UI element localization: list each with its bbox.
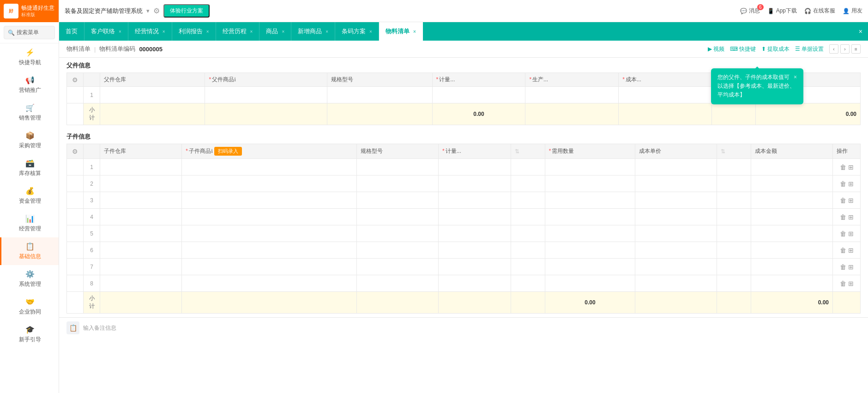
delete-icon-6[interactable]: 🗑 [840, 247, 846, 254]
gear-icon[interactable]: ⚙ [72, 76, 78, 84]
tab-close-all[interactable]: × [853, 22, 868, 41]
sidebar-item-basic-info[interactable]: 📋 基础信息 [0, 237, 59, 265]
child-goods-3[interactable] [182, 192, 357, 209]
child-unit-cost-4[interactable] [635, 209, 717, 225]
child-spec-5[interactable] [356, 225, 438, 242]
child-unit-cost-6[interactable] [635, 242, 717, 259]
hotkey-action[interactable]: ⌨ 快捷键 [730, 45, 756, 53]
sidebar-item-guide[interactable]: 🎓 新手引导 [0, 320, 59, 348]
tab-barcode-close[interactable]: × [369, 29, 372, 34]
next-arrow[interactable]: › [840, 44, 850, 54]
parent-unit-1[interactable] [432, 87, 525, 103]
scan-button[interactable]: 扫码录入 [214, 147, 242, 156]
sidebar-item-enterprise[interactable]: 🤝 企业协同 [0, 293, 59, 320]
notes-icon[interactable]: 📋 [66, 321, 79, 334]
message-item[interactable]: 💬 消息 6 [740, 7, 760, 15]
child-unit-6[interactable] [439, 242, 511, 259]
app-download-item[interactable]: 📱 App下载 [767, 7, 797, 15]
tab-goods-close[interactable]: × [282, 29, 284, 34]
copy-icon-6[interactable]: ⊞ [848, 247, 854, 254]
child-warehouse-6[interactable] [100, 242, 182, 259]
parent-warehouse-1[interactable] [100, 87, 205, 103]
child-unit-cost-3[interactable] [635, 192, 717, 209]
delete-icon-7[interactable]: 🗑 [840, 263, 846, 271]
extract-cost-action[interactable]: ⬆ 提取成本 [761, 45, 790, 53]
child-goods-8[interactable] [182, 275, 357, 292]
child-qty-2[interactable] [545, 175, 635, 192]
child-goods-7[interactable] [182, 259, 357, 275]
parent-goods-info-icon[interactable]: ℹ [234, 77, 236, 82]
copy-icon-7[interactable]: ⊞ [848, 263, 854, 271]
sidebar-item-quick-nav[interactable]: ⚡ 快捷导航 [0, 43, 59, 71]
video-action[interactable]: ▶ 视频 [708, 45, 724, 53]
copy-icon-5[interactable]: ⊞ [848, 230, 854, 237]
single-settings-action[interactable]: ☰ 单据设置 [795, 45, 824, 53]
child-goods-info-icon[interactable]: ℹ [211, 148, 213, 154]
prev-arrow[interactable]: ‹ [829, 44, 838, 54]
child-qty-8[interactable] [545, 275, 635, 292]
child-warehouse-7[interactable] [100, 259, 182, 275]
child-qty-6[interactable] [545, 242, 635, 259]
child-unit-cost-7[interactable] [635, 259, 717, 275]
parent-cost-1[interactable] [619, 87, 712, 103]
child-qty-7[interactable] [545, 259, 635, 275]
child-goods-5[interactable] [182, 225, 357, 242]
child-unit-cost-8[interactable] [635, 275, 717, 292]
child-spec-1[interactable] [356, 159, 438, 175]
sidebar-item-operations[interactable]: 📊 经营管理 [0, 210, 59, 237]
child-unit-8[interactable] [439, 275, 511, 292]
tab-barcode[interactable]: 条码方案 × [335, 22, 379, 41]
child-spec-7[interactable] [356, 259, 438, 275]
delete-icon-2[interactable]: 🗑 [840, 180, 846, 187]
breadcrumb-bom-list[interactable]: 物料清单 [66, 45, 90, 53]
tab-bom-close[interactable]: × [413, 29, 416, 34]
child-goods-2[interactable] [182, 175, 357, 192]
tab-profit[interactable]: 利润报告 × [172, 22, 216, 41]
search-menu-button[interactable]: 🔍 搜索菜单 [4, 26, 55, 39]
child-gear-icon[interactable]: ⚙ [72, 148, 78, 155]
child-qty-3[interactable] [545, 192, 635, 209]
sidebar-item-finance[interactable]: 💰 资金管理 [0, 182, 59, 210]
child-unit-3[interactable] [439, 192, 511, 209]
sidebar-item-sales[interactable]: 🛒 销售管理 [0, 99, 59, 127]
delete-icon-1[interactable]: 🗑 [840, 163, 846, 171]
tab-history[interactable]: 经营历程 × [216, 22, 260, 41]
child-goods-1[interactable] [182, 159, 357, 175]
child-warehouse-8[interactable] [100, 275, 182, 292]
child-spec-6[interactable] [356, 242, 438, 259]
child-unit-cost-2[interactable] [635, 175, 717, 192]
child-unit-1[interactable] [439, 159, 511, 175]
child-unit-cost-1[interactable] [635, 159, 717, 175]
child-qty-1[interactable] [545, 159, 635, 175]
tooltip-close-button[interactable]: × [794, 73, 797, 82]
online-service-item[interactable]: 🎧 在线客服 [804, 7, 835, 15]
sidebar-item-system[interactable]: ⚙️ 系统管理 [0, 265, 59, 293]
tab-profit-close[interactable]: × [206, 29, 209, 34]
child-warehouse-5[interactable] [100, 225, 182, 242]
tab-operations-close[interactable]: × [163, 29, 165, 34]
sidebar-item-purchase[interactable]: 📦 采购管理 [0, 127, 59, 154]
delete-icon-5[interactable]: 🗑 [840, 230, 846, 237]
tab-bom[interactable]: 物料清单 × [379, 22, 423, 41]
child-spec-8[interactable] [356, 275, 438, 292]
tab-goods[interactable]: 商品 × [259, 22, 291, 41]
system-dropdown-icon[interactable]: ▾ [146, 7, 150, 14]
tab-new-goods-close[interactable]: × [326, 29, 328, 34]
child-qty-5[interactable] [545, 225, 635, 242]
child-spec-4[interactable] [356, 209, 438, 225]
parent-goods-1[interactable] [205, 87, 327, 103]
tab-customer-close[interactable]: × [119, 29, 121, 34]
copy-icon-3[interactable]: ⊞ [848, 197, 854, 204]
child-warehouse-2[interactable] [100, 175, 182, 192]
sidebar-item-marketing[interactable]: 📢 营销推广 [0, 71, 59, 99]
tab-home[interactable]: 首页 [59, 22, 84, 41]
parent-spec-1[interactable] [327, 87, 432, 103]
child-warehouse-3[interactable] [100, 192, 182, 209]
child-spec-3[interactable] [356, 192, 438, 209]
trial-button[interactable]: 体验行业方案 [163, 4, 210, 18]
delete-icon-4[interactable]: 🗑 [840, 213, 846, 221]
child-unit-5[interactable] [439, 225, 511, 242]
child-warehouse-1[interactable] [100, 159, 182, 175]
child-goods-6[interactable] [182, 242, 357, 259]
tab-history-close[interactable]: × [250, 29, 253, 34]
